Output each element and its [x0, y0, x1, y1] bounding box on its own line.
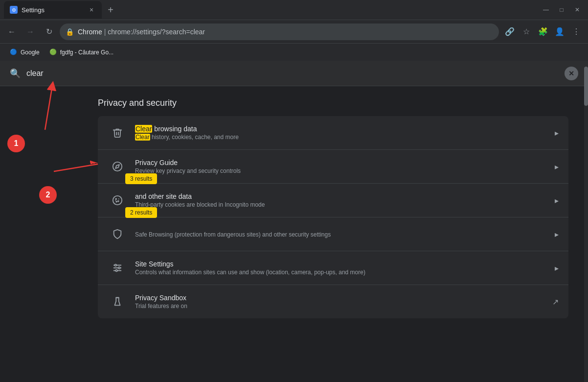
- item-title: Site Settings: [135, 260, 555, 268]
- shield-icon: [108, 224, 127, 244]
- highlight-clear: Clear: [135, 125, 152, 133]
- close-button[interactable]: ✕: [570, 3, 584, 17]
- maximize-button[interactable]: □: [555, 3, 568, 17]
- item-subtitle-text: Controls what information sites can use …: [135, 269, 365, 276]
- svg-point-11: [115, 264, 117, 266]
- compass-icon: [108, 157, 127, 176]
- svg-point-12: [118, 267, 120, 269]
- fgdfg-favicon: 🟢: [49, 48, 57, 56]
- minimize-button[interactable]: —: [539, 3, 553, 17]
- item-subtitle: Review key privacy and security controls: [135, 167, 555, 174]
- item-content: Safe Browsing (protection from dangerous…: [135, 230, 555, 238]
- list-item[interactable]: Privacy Sandbox Trial features are on ↗: [98, 285, 568, 318]
- reload-button[interactable]: ↻: [41, 24, 57, 40]
- item-subtitle-text: Trial features are on: [135, 303, 187, 310]
- sidebar: [0, 86, 78, 330]
- address-text: Chrome | chrome://settings/?search=clear: [78, 28, 493, 36]
- settings-tab[interactable]: ⚙ Settings ×: [4, 1, 102, 19]
- search-clear-button[interactable]: ✕: [565, 67, 578, 80]
- svg-point-4: [118, 201, 119, 202]
- trash-icon: [108, 123, 127, 143]
- item-subtitle: Third-party cookies are blocked in Incog…: [135, 201, 555, 208]
- item-subtitle: Trial features are on: [135, 303, 552, 310]
- flask-icon: [108, 292, 127, 311]
- svg-marker-1: [115, 165, 119, 168]
- window-controls: — □ ✕: [539, 3, 584, 17]
- chevron-right-icon: ▸: [555, 128, 559, 138]
- section-title: Privacy and security: [98, 98, 568, 108]
- list-item[interactable]: Clear browsing data Clear history, cooki…: [98, 116, 568, 150]
- results-badge-2: 2 results: [125, 207, 157, 218]
- item-title-text: Privacy Sandbox: [135, 294, 186, 302]
- list-item[interactable]: Safe Browsing (protection from dangerous…: [98, 217, 568, 251]
- address-bar[interactable]: 🔒 Chrome | chrome://settings/?search=cle…: [60, 24, 499, 40]
- item-title: Privacy Sandbox: [135, 294, 552, 302]
- cookie-icon: [108, 191, 127, 210]
- highlight-clear-sub: Clear: [135, 134, 150, 141]
- item-content: and other site data Third-party cookies …: [135, 192, 555, 208]
- extensions-button[interactable]: 🧩: [535, 24, 551, 40]
- svg-point-13: [115, 270, 117, 272]
- forward-button[interactable]: →: [23, 24, 38, 40]
- item-title-text: and other site data: [135, 192, 192, 200]
- bookmark-fgdfg[interactable]: 🟢 fgdfg - Căutare Go...: [45, 47, 117, 58]
- settings-search-bar: 🔍 ✕: [0, 61, 588, 86]
- search-icon: 🔍: [10, 68, 21, 79]
- navbar: ← → ↻ 🔒 Chrome | chrome://settings/?sear…: [0, 20, 588, 43]
- browser-window: ⚙ Settings × + — □ ✕ ← → ↻ 🔒 Chrome: [0, 0, 588, 382]
- bookmark-google-label: Google: [21, 49, 40, 56]
- lock-icon: 🔒: [66, 28, 74, 36]
- address-url: chrome://settings/?search=clear: [108, 28, 205, 36]
- item-subtitle-text: Safe Browsing (protection from dangerous…: [135, 231, 331, 238]
- toolbar-buttons: 🔗 ☆ 🧩 👤 ⋮: [502, 24, 584, 40]
- results-badge-3: 3 results: [125, 173, 157, 184]
- annotation-2: 2: [39, 186, 57, 204]
- google-favicon: 🔵: [10, 48, 18, 56]
- list-item[interactable]: Privacy Guide Review key privacy and sec…: [98, 150, 568, 184]
- settings-list: Clear browsing data Clear history, cooki…: [98, 116, 568, 318]
- item-title-text: Site Settings: [135, 260, 174, 268]
- share-button[interactable]: 🔗: [502, 24, 518, 40]
- back-button[interactable]: ←: [4, 24, 20, 40]
- item-title: and other site data: [135, 192, 555, 200]
- svg-point-0: [113, 162, 122, 171]
- settings-content: Privacy and security Clear: [78, 86, 588, 330]
- chevron-right-icon: ▸: [555, 162, 559, 171]
- svg-point-3: [115, 198, 116, 199]
- list-item[interactable]: and other site data Third-party cookies …: [98, 184, 568, 217]
- scrollbar-track[interactable]: [584, 67, 588, 382]
- item-content: Privacy Sandbox Trial features are on: [135, 294, 552, 310]
- tab-title: Settings: [22, 6, 83, 14]
- settings-tab-icon: ⚙: [10, 6, 18, 14]
- bookmark-fgdfg-label: fgdfg - Căutare Go...: [60, 49, 113, 56]
- external-link-icon: ↗: [552, 297, 559, 307]
- list-item[interactable]: Site Settings Controls what information …: [98, 251, 568, 285]
- item-content: Privacy Guide Review key privacy and sec…: [135, 159, 555, 174]
- content-area: Privacy and security Clear: [0, 86, 588, 330]
- item-title: Clear browsing data: [135, 125, 555, 133]
- chevron-right-icon: ▸: [555, 230, 559, 239]
- tab-close-button[interactable]: ×: [87, 5, 96, 14]
- settings-search-input[interactable]: [26, 69, 565, 78]
- titlebar: ⚙ Settings × + — □ ✕: [0, 0, 588, 20]
- profile-button[interactable]: 👤: [552, 24, 567, 40]
- item-content: Clear browsing data Clear history, cooki…: [135, 125, 555, 141]
- item-content: Site Settings Controls what information …: [135, 260, 555, 276]
- bookmark-google[interactable]: 🔵 Google: [6, 47, 44, 58]
- svg-point-5: [116, 201, 117, 202]
- item-subtitle: Safe Browsing (protection from dangerous…: [135, 231, 555, 238]
- item-subtitle-rest: history, cookies, cache, and more: [152, 134, 239, 141]
- annotation-1: 1: [7, 135, 25, 152]
- new-tab-button[interactable]: +: [104, 3, 117, 17]
- bookmarks-bar: 🔵 Google 🟢 fgdfg - Căutare Go...: [0, 43, 588, 61]
- scrollbar-thumb[interactable]: [584, 67, 588, 106]
- item-subtitle: Controls what information sites can use …: [135, 269, 555, 276]
- address-domain: Chrome: [78, 28, 102, 36]
- item-title-text: Privacy Guide: [135, 159, 178, 167]
- item-title-rest: browsing data: [154, 125, 197, 133]
- bookmark-button[interactable]: ☆: [519, 24, 534, 40]
- menu-button[interactable]: ⋮: [568, 24, 584, 40]
- svg-point-2: [113, 196, 122, 205]
- item-title: Privacy Guide: [135, 159, 555, 167]
- chevron-right-icon: ▸: [555, 263, 559, 273]
